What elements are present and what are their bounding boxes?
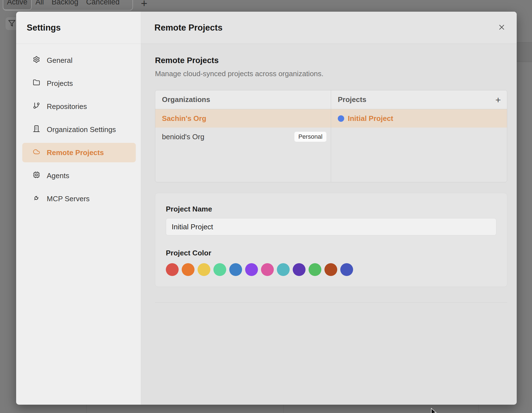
tab-backlog[interactable]: Backlog: [48, 0, 82, 10]
cpu-icon: [33, 171, 40, 180]
board-column-divider: [87, 404, 87, 413]
color-swatch-pink[interactable]: [261, 263, 274, 276]
organizations-column: Organizations Sachin's Org benioid's Org…: [155, 90, 331, 182]
board-column-divider: [478, 404, 479, 413]
board-column-divider: [283, 404, 284, 413]
sidebar-item-label: General: [47, 56, 73, 65]
gear-icon: [33, 56, 40, 65]
sidebar-item-mcp-servers[interactable]: MCP Servers: [22, 189, 136, 208]
tab-active[interactable]: Active: [3, 0, 32, 10]
tab-all[interactable]: All: [32, 0, 48, 10]
section-subheading: Manage cloud-synced projects across orga…: [155, 69, 507, 78]
projects-header: Projects +: [331, 90, 507, 109]
git-branch-icon: [33, 102, 40, 111]
settings-sidebar: Settings General Projects Repositories: [16, 12, 141, 405]
color-swatch-yellow[interactable]: [198, 263, 210, 276]
projects-column: Projects + Initial Project: [331, 90, 507, 182]
sidebar-nav: General Projects Repositories Organizati…: [16, 44, 141, 208]
settings-modal: Settings General Projects Repositories: [16, 12, 517, 405]
plug-icon: [33, 194, 40, 203]
projects-header-label: Projects: [338, 95, 366, 104]
project-name-input[interactable]: [166, 218, 496, 235]
sidebar-item-organization-settings[interactable]: Organization Settings: [22, 120, 136, 139]
color-swatch-mint[interactable]: [213, 263, 226, 276]
tab-cancelled[interactable]: Cancelled: [82, 0, 124, 10]
sidebar-item-label: Repositories: [47, 102, 87, 111]
mouse-cursor: [431, 408, 438, 413]
add-tab-button[interactable]: +: [139, 0, 150, 10]
sidebar-item-projects[interactable]: Projects: [22, 74, 136, 93]
filter-icon: [8, 19, 16, 28]
sidebar-item-label: MCP Servers: [47, 195, 90, 203]
remote-projects-panel: Remote Projects Remote Projects Manage c…: [141, 12, 517, 405]
org-projects-table: Organizations Sachin's Org benioid's Org…: [155, 90, 507, 182]
organizations-header-label: Organizations: [162, 95, 210, 104]
project-form-card: Project Name Project Color: [155, 193, 507, 287]
close-button[interactable]: [496, 22, 508, 34]
settings-title: Settings: [27, 23, 61, 33]
panel-title: Remote Projects: [154, 23, 223, 33]
color-swatch-red[interactable]: [166, 263, 179, 276]
project-name-label: Project Name: [166, 205, 496, 213]
color-swatch-violet[interactable]: [245, 263, 258, 276]
building-icon: [33, 125, 40, 134]
section-heading: Remote Projects: [155, 56, 507, 64]
sidebar-item-agents[interactable]: Agents: [22, 166, 136, 185]
project-color-dot: [338, 115, 344, 122]
sidebar-item-general[interactable]: General: [22, 51, 136, 70]
org-name: benioid's Org: [162, 133, 294, 141]
color-swatch-orange[interactable]: [182, 263, 194, 276]
personal-badge: Personal: [294, 132, 326, 142]
project-color-label: Project Color: [166, 249, 496, 257]
sidebar-item-label: Projects: [47, 79, 73, 88]
org-row-benioids-org[interactable]: benioid's Org Personal: [155, 128, 331, 146]
folder-icon: [33, 79, 40, 88]
org-name: Sachin's Org: [162, 114, 326, 123]
sidebar-item-repositories[interactable]: Repositories: [22, 97, 136, 116]
sidebar-header: Settings: [16, 12, 141, 44]
sidebar-item-remote-projects[interactable]: Remote Projects: [22, 143, 136, 162]
color-swatch-teal[interactable]: [277, 263, 290, 276]
panel-header: Remote Projects: [141, 12, 517, 44]
color-swatches: [166, 263, 496, 276]
org-row-sachins-org[interactable]: Sachin's Org: [155, 109, 331, 128]
color-swatch-green[interactable]: [309, 263, 321, 276]
cloud-icon: [33, 148, 40, 157]
close-icon: [497, 23, 506, 33]
color-swatch-indigo[interactable]: [340, 263, 353, 276]
section-divider: [155, 302, 507, 303]
add-project-button[interactable]: +: [495, 95, 501, 105]
background-header-band: [516, 42, 532, 62]
sidebar-item-label: Agents: [47, 171, 69, 180]
color-swatch-purple[interactable]: [293, 263, 306, 276]
panel-content: Remote Projects Manage cloud-synced proj…: [141, 44, 517, 303]
background-tab-bar: Active All Backlog Cancelled: [3, 0, 133, 11]
sidebar-item-label: Organization Settings: [47, 125, 116, 134]
project-row-initial-project[interactable]: Initial Project: [331, 109, 507, 128]
color-swatch-rust[interactable]: [324, 263, 337, 276]
organizations-header: Organizations: [155, 90, 331, 109]
sidebar-item-label: Remote Projects: [47, 148, 104, 157]
color-swatch-blue[interactable]: [229, 263, 242, 276]
project-name: Initial Project: [348, 114, 503, 123]
